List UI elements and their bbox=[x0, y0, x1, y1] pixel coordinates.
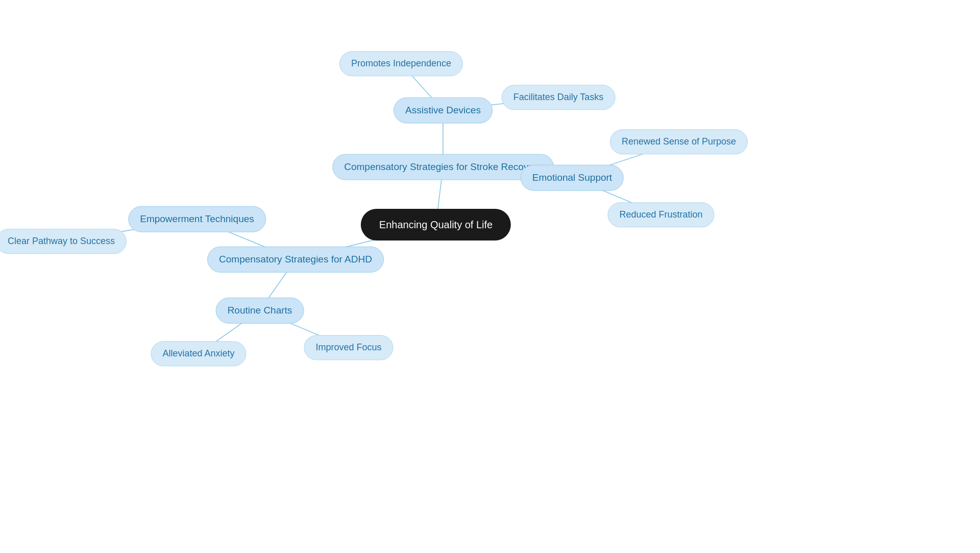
routine-charts-node[interactable]: Routine Charts bbox=[216, 298, 304, 324]
connections-svg bbox=[0, 0, 980, 553]
improved-focus-node[interactable]: Improved Focus bbox=[304, 335, 393, 360]
center-node[interactable]: Enhancing Quality of Life bbox=[361, 209, 511, 241]
reduced-frustration-node[interactable]: Reduced Frustration bbox=[607, 202, 714, 227]
alleviated-anxiety-node[interactable]: Alleviated Anxiety bbox=[151, 341, 246, 366]
promotes-independence-node[interactable]: Promotes Independence bbox=[339, 51, 463, 76]
assistive-devices-node[interactable]: Assistive Devices bbox=[394, 98, 493, 124]
emotional-support-node[interactable]: Emotional Support bbox=[521, 165, 624, 191]
renewed-sense-node[interactable]: Renewed Sense of Purpose bbox=[610, 129, 748, 154]
empowerment-techniques-node[interactable]: Empowerment Techniques bbox=[128, 206, 266, 232]
clear-pathway-node[interactable]: Clear Pathway to Success bbox=[0, 229, 127, 254]
mind-map: Enhancing Quality of LifePromotes Indepe… bbox=[0, 0, 980, 553]
facilitates-daily-tasks-node[interactable]: Facilitates Daily Tasks bbox=[502, 85, 616, 110]
compensatory-adhd-node[interactable]: Compensatory Strategies for ADHD bbox=[207, 247, 384, 273]
